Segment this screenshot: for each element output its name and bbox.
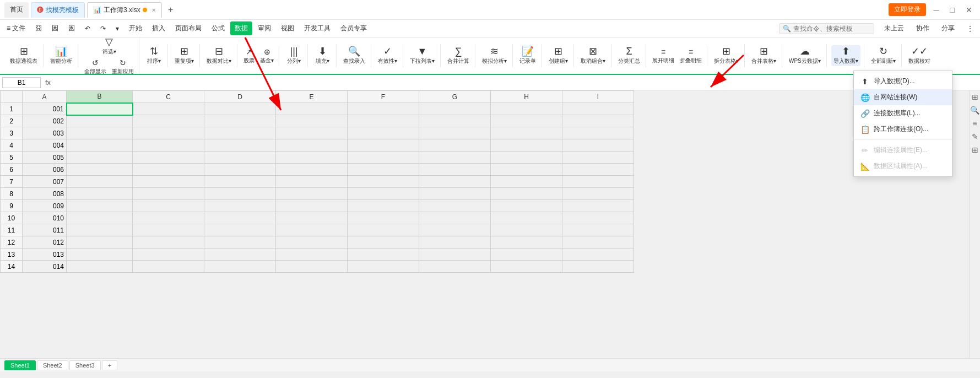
cell-5-B[interactable] xyxy=(67,152,133,164)
cell-13-A[interactable]: 013 xyxy=(23,249,67,261)
sheet-tab-3[interactable]: Sheet3 xyxy=(69,360,101,370)
cell-7-C[interactable] xyxy=(133,176,204,188)
row-header[interactable]: 3 xyxy=(1,127,23,139)
stocks-button[interactable]: ↗ 股票 xyxy=(242,47,256,65)
smart-analysis-button[interactable]: 📊 智能分析 xyxy=(48,45,74,66)
cell-5-A[interactable]: 005 xyxy=(23,152,67,164)
cell-9-F[interactable] xyxy=(348,200,419,212)
validate-button[interactable]: ✓ 有效性▾ xyxy=(376,45,399,66)
cell-6-A[interactable]: 006 xyxy=(23,164,67,176)
cell-2-E[interactable] xyxy=(276,115,348,127)
search-input[interactable] xyxy=(793,25,870,33)
cell-12-F[interactable] xyxy=(348,236,419,249)
sidebar-icon-4[interactable]: ✎ xyxy=(972,132,978,141)
data-check-button[interactable]: ✓✓ 数据校对 xyxy=(906,45,933,66)
cell-1-H[interactable] xyxy=(491,103,562,115)
cell-14-C[interactable] xyxy=(133,261,204,273)
cell-6-C[interactable] xyxy=(133,164,204,176)
cell-2-A[interactable]: 002 xyxy=(23,115,67,127)
cell-11-A[interactable]: 011 xyxy=(23,224,67,236)
cell-6-F[interactable] xyxy=(348,164,419,176)
cell-12-A[interactable]: 012 xyxy=(23,236,67,249)
cell-10-F[interactable] xyxy=(348,212,419,224)
row-header[interactable]: 6 xyxy=(1,164,23,176)
cell-7-G[interactable] xyxy=(419,176,491,188)
sheet-tab-2[interactable]: Sheet2 xyxy=(37,360,68,370)
cell-13-C[interactable] xyxy=(133,249,204,261)
cell-9-A[interactable]: 009 xyxy=(23,200,67,212)
record-button[interactable]: 📝 记录单 xyxy=(517,45,538,66)
cell-10-C[interactable] xyxy=(133,212,204,224)
cell-8-E[interactable] xyxy=(276,188,348,200)
col-header-b[interactable]: B xyxy=(67,91,133,103)
cell-3-E[interactable] xyxy=(276,127,348,139)
share-btn[interactable]: 分享 xyxy=(937,21,959,35)
cell-10-E[interactable] xyxy=(276,212,348,224)
refresh-all-button[interactable]: ↻ 全部刷新▾ xyxy=(869,45,898,66)
cell-3-D[interactable] xyxy=(204,127,276,139)
cell-4-D[interactable] xyxy=(204,139,276,152)
cell-14-E[interactable] xyxy=(276,261,348,273)
cell-2-C[interactable] xyxy=(133,115,204,127)
cell-1-B[interactable] xyxy=(67,103,133,115)
col-header-h[interactable]: H xyxy=(491,91,562,103)
show-all-button[interactable]: ↺ 全部显示 xyxy=(83,58,108,75)
cell-5-F[interactable] xyxy=(348,152,419,164)
cell-10-D[interactable] xyxy=(204,212,276,224)
cell-1-F[interactable] xyxy=(348,103,419,115)
minimize-button[interactable]: ─ xyxy=(930,6,943,14)
menu-file[interactable]: ≡ 文件 xyxy=(2,21,30,35)
db-connect-item[interactable]: 🔗 连接数据库(L)... xyxy=(854,105,952,121)
cell-6-I[interactable] xyxy=(562,164,634,176)
cell-11-G[interactable] xyxy=(419,224,491,236)
wps-cloud-button[interactable]: ☁ WPS云数据▾ xyxy=(787,45,823,66)
subtotal-button[interactable]: Σ 分类汇总 xyxy=(616,45,642,66)
formula-input[interactable] xyxy=(55,78,978,88)
col-header-g[interactable]: G xyxy=(419,91,491,103)
compare-button[interactable]: ⊟ 数据对比▾ xyxy=(204,45,234,66)
cross-workbook-item[interactable]: 📋 跨工作簿连接(O)... xyxy=(854,121,952,137)
cell-12-C[interactable] xyxy=(133,236,204,249)
cell-8-G[interactable] xyxy=(419,188,491,200)
cell-14-B[interactable] xyxy=(67,261,133,273)
menu-review[interactable]: 审阅 xyxy=(253,21,275,35)
row-header[interactable]: 5 xyxy=(1,152,23,164)
row-header[interactable]: 13 xyxy=(1,249,23,261)
menu-arrow[interactable]: ▾ xyxy=(111,23,123,35)
expand-detail-button[interactable]: ≡ 展开明细 xyxy=(651,47,676,65)
row-header[interactable]: 14 xyxy=(1,261,23,273)
cell-5-G[interactable] xyxy=(419,152,491,164)
cell-9-B[interactable] xyxy=(67,200,133,212)
cell-10-G[interactable] xyxy=(419,212,491,224)
row-header[interactable]: 2 xyxy=(1,115,23,127)
sidebar-icon-3[interactable]: ≡ xyxy=(972,119,977,128)
cell-2-F[interactable] xyxy=(348,115,419,127)
cell-3-F[interactable] xyxy=(348,127,419,139)
home-tab[interactable]: 首页 xyxy=(4,2,29,18)
file1-tab[interactable]: 🅓 找模壳模板 xyxy=(31,2,85,18)
row-header[interactable]: 11 xyxy=(1,224,23,236)
cell-8-C[interactable] xyxy=(133,188,204,200)
cell-2-H[interactable] xyxy=(491,115,562,127)
menu-icon2[interactable]: 囷 xyxy=(47,21,63,35)
menu-vip[interactable]: 会员专享 xyxy=(336,21,371,35)
cell-5-H[interactable] xyxy=(491,152,562,164)
cell-2-I[interactable] xyxy=(562,115,634,127)
cell-4-B[interactable] xyxy=(67,139,133,152)
sidebar-icon-2[interactable]: 🔍 xyxy=(970,106,979,115)
cell-3-B[interactable] xyxy=(67,127,133,139)
cell-8-D[interactable] xyxy=(204,188,276,200)
simulate-button[interactable]: ≋ 模拟分析▾ xyxy=(480,45,509,66)
cell-4-A[interactable]: 004 xyxy=(23,139,67,152)
menu-formula[interactable]: 公式 xyxy=(207,21,229,35)
duplicate-button[interactable]: ⊞ 重复项▾ xyxy=(172,45,196,66)
add-tab-button[interactable]: + xyxy=(164,3,177,17)
cell-7-D[interactable] xyxy=(204,176,276,188)
cell-9-E[interactable] xyxy=(276,200,348,212)
import-data-button[interactable]: ⬆ 导入数据▾ xyxy=(831,45,860,66)
sidebar-icon-1[interactable]: ⊞ xyxy=(972,93,978,101)
cell-4-F[interactable] xyxy=(348,139,419,152)
lookup-button[interactable]: 🔍 查找录入 xyxy=(341,45,367,66)
cell-7-B[interactable] xyxy=(67,176,133,188)
column-button[interactable]: ||| 分列▾ xyxy=(285,45,303,66)
